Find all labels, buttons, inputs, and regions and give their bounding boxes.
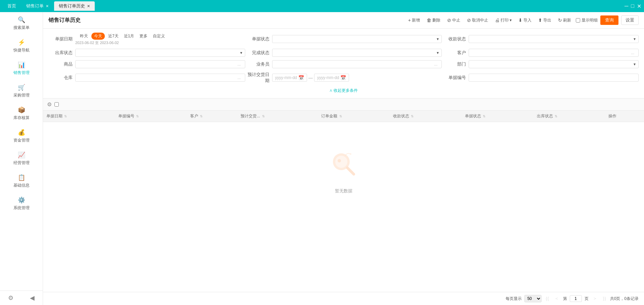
date-more[interactable]: 更多 bbox=[137, 33, 149, 40]
sort-bill-no-icon[interactable]: ⇅ bbox=[136, 114, 139, 118]
sidebar-item-operations[interactable]: 📈 经营管理 bbox=[0, 147, 43, 170]
salesman-label: 业务员 bbox=[245, 61, 272, 67]
sidebar-item-purchase-mgmt[interactable]: 🛒 采购管理 bbox=[0, 80, 43, 102]
delivery-date-end-picker[interactable]: yyyy-mm-dd 📅 bbox=[314, 74, 349, 82]
delivery-date-separator: — bbox=[307, 75, 314, 80]
maximize-button[interactable]: □ bbox=[631, 3, 634, 9]
customer-ellipsis[interactable]: ... bbox=[630, 50, 636, 55]
prev-page-button[interactable]: ＜ bbox=[553, 295, 560, 302]
warehouse-input[interactable]: ... bbox=[75, 74, 245, 82]
sidebar-item-system-mgmt[interactable]: ⚙️ 系统管理 bbox=[0, 192, 43, 215]
sort-customer-icon[interactable]: ⇅ bbox=[200, 114, 203, 118]
delete-button[interactable]: 🗑 删除 bbox=[425, 16, 442, 25]
bill-no-input[interactable] bbox=[469, 74, 639, 82]
search-menu-icon: 🔍 bbox=[18, 16, 25, 24]
close-button[interactable]: ✕ bbox=[637, 3, 641, 9]
sort-order-amount-icon[interactable]: ⇅ bbox=[339, 114, 342, 118]
goods-ellipsis[interactable]: ... bbox=[236, 62, 242, 67]
print-icon: 🖨 bbox=[495, 17, 500, 23]
date-1month[interactable]: 近1月 bbox=[122, 33, 136, 40]
table-area: ⚙ 单据日期 ⇅ 单据编号 ⇅ 客户 bbox=[43, 99, 644, 292]
sidebar-item-finance[interactable]: 💰 资金管理 bbox=[0, 125, 43, 147]
sidebar-item-inventory-label: 库存核算 bbox=[13, 115, 30, 121]
out-status-select[interactable]: ▾ bbox=[75, 49, 245, 57]
bill-status-dropdown-icon: ▾ bbox=[437, 37, 439, 41]
sidebar-item-inventory[interactable]: 📦 库存核算 bbox=[0, 102, 43, 125]
filter-customer-group: 客户 ... bbox=[442, 49, 639, 57]
toolbar: + 新增 🗑 删除 ⊘ 中止 ⊘ 取消中止 🖨 打印 bbox=[406, 15, 639, 25]
filter-complete-status-group: 完成状态 ▾ bbox=[245, 49, 442, 57]
col-payment-status: 收款状态 ⇅ bbox=[390, 111, 462, 122]
tab-sales-order[interactable]: 销售订单 ✕ bbox=[22, 1, 53, 11]
sort-bill-date-icon[interactable]: ⇅ bbox=[64, 114, 67, 118]
delivery-date-end-value: yyyy-mm-dd bbox=[317, 75, 339, 80]
sort-bill-status-icon[interactable]: ⇅ bbox=[483, 114, 485, 118]
content-area: 销售订单历史 + 新增 🗑 删除 ⊘ 中止 ⊘ 取消中止 bbox=[43, 12, 644, 305]
select-all-checkbox[interactable] bbox=[54, 102, 59, 107]
sidebar: 🔍 搜索菜单 ⚡ 快捷导航 📊 销售管理 🛒 采购管理 📦 库存核算 💰 资金管… bbox=[0, 12, 43, 305]
sidebar-item-search-menu[interactable]: 🔍 搜索菜单 bbox=[0, 12, 43, 35]
settings-button[interactable]: 设置 bbox=[621, 15, 639, 25]
last-page-button[interactable]: ⟩⟩ bbox=[601, 295, 607, 302]
import-button[interactable]: ⬇ 导入 bbox=[516, 16, 533, 25]
first-page-button[interactable]: ⟨⟨ bbox=[544, 295, 550, 302]
new-button[interactable]: + 新增 bbox=[406, 16, 422, 25]
tab-home[interactable]: 首页 bbox=[3, 1, 21, 11]
customer-label: 客户 bbox=[442, 50, 469, 56]
customer-input[interactable]: ... bbox=[469, 49, 639, 57]
tab-sales-order-history[interactable]: 销售订单历史 ✕ bbox=[54, 1, 95, 11]
import-icon: ⬇ bbox=[518, 17, 522, 23]
cancel-stop-icon: ⊘ bbox=[467, 17, 471, 23]
pagination-bar: 每页显示 50 10 20 100 ⟨⟨ ＜ 第 页 ＞ ⟩⟩ 共0页，0条记录 bbox=[43, 292, 644, 305]
filter-row-4: 仓库 ... 预计交货日期 yyyy-mm-dd 📅 — yyyy-mm-dd bbox=[48, 72, 639, 84]
date-today[interactable]: 今天 bbox=[91, 33, 105, 40]
show-detail-checkbox[interactable] bbox=[576, 18, 580, 23]
page-input[interactable] bbox=[570, 295, 582, 302]
print-dropdown-icon[interactable]: ▾ bbox=[510, 18, 512, 23]
table-settings-icon[interactable]: ⚙ bbox=[47, 101, 52, 108]
sidebar-toggle-icon[interactable]: ◀ bbox=[30, 294, 35, 302]
tab-sales-order-close[interactable]: ✕ bbox=[46, 4, 49, 8]
sidebar-settings-icon[interactable]: ⚙ bbox=[8, 294, 13, 302]
refresh-button[interactable]: ↻ 刷新 bbox=[556, 16, 573, 25]
warehouse-ellipsis[interactable]: ... bbox=[236, 75, 242, 80]
collapse-btn[interactable]: ∧ 收起更多条件 bbox=[48, 87, 639, 94]
stop-icon: ⊘ bbox=[447, 17, 451, 23]
filter-row-2: 出库状态 ▾ 完成状态 ▾ 客户 bbox=[48, 49, 639, 57]
complete-status-select[interactable]: ▾ bbox=[272, 49, 442, 57]
sort-payment-status-icon[interactable]: ⇅ bbox=[411, 114, 414, 118]
cancel-stop-button[interactable]: ⊘ 取消中止 bbox=[465, 16, 490, 25]
sidebar-item-basic-info[interactable]: 📋 基础信息 bbox=[0, 170, 43, 192]
salesman-input[interactable]: ... bbox=[272, 60, 442, 68]
tab-sales-order-history-close[interactable]: ✕ bbox=[87, 4, 90, 8]
sidebar-item-quick-nav[interactable]: ⚡ 快捷导航 bbox=[0, 35, 43, 57]
delivery-date-start-picker[interactable]: yyyy-mm-dd 📅 bbox=[272, 74, 307, 82]
query-button[interactable]: 查询 bbox=[600, 15, 618, 25]
sidebar-item-quick-nav-label: 快捷导航 bbox=[13, 47, 30, 53]
minimize-button[interactable]: ─ bbox=[625, 3, 628, 9]
export-button[interactable]: ⬆ 导出 bbox=[536, 16, 553, 25]
sort-out-status-icon[interactable]: ⇅ bbox=[555, 114, 557, 118]
sort-delivery-date-icon[interactable]: ⇅ bbox=[262, 114, 265, 118]
sidebar-item-sales-mgmt[interactable]: 📊 销售管理 bbox=[0, 57, 43, 80]
salesman-ellipsis[interactable]: ... bbox=[433, 62, 439, 67]
date-col: 昨天 今天 近7天 近1月 更多 自定义 2023-06-02 至 2023-0… bbox=[75, 33, 167, 45]
print-button[interactable]: 🖨 打印 ▾ bbox=[493, 16, 514, 25]
col-bill-status: 单据状态 ⇅ bbox=[462, 111, 533, 122]
goods-input[interactable]: ... bbox=[75, 60, 245, 68]
delivery-date-end-calendar-icon[interactable]: 📅 bbox=[340, 75, 346, 80]
date-yesterday[interactable]: 昨天 bbox=[78, 33, 90, 40]
delete-icon: 🗑 bbox=[427, 17, 431, 23]
filter-out-status-group: 出库状态 ▾ bbox=[48, 49, 245, 57]
next-page-button[interactable]: ＞ bbox=[591, 295, 599, 302]
date-custom[interactable]: 自定义 bbox=[151, 33, 167, 40]
dept-select[interactable]: ▾ bbox=[469, 60, 639, 68]
page-size-label: 每页显示 bbox=[506, 296, 522, 302]
show-detail-checkbox-label[interactable]: 显示明细 bbox=[576, 17, 598, 23]
payment-status-select[interactable]: ▾ bbox=[469, 35, 639, 43]
date-7days[interactable]: 近7天 bbox=[106, 33, 121, 40]
page-size-select[interactable]: 50 10 20 100 bbox=[524, 295, 542, 302]
bill-status-select[interactable]: ▾ bbox=[272, 35, 442, 43]
delivery-date-start-calendar-icon[interactable]: 📅 bbox=[298, 75, 304, 80]
stop-button[interactable]: ⊘ 中止 bbox=[445, 16, 462, 25]
